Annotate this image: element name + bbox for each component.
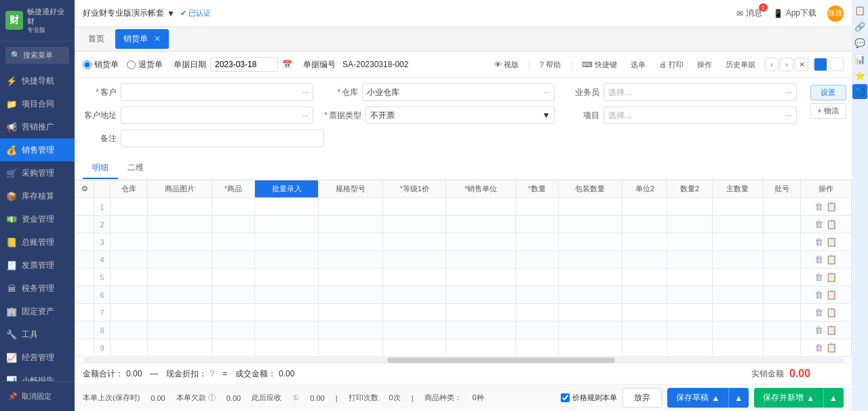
right-panel-icon-1[interactable]: 📋 xyxy=(852,3,867,18)
cell-price1[interactable] xyxy=(382,216,446,233)
th-price1[interactable]: *等级1价 xyxy=(382,180,446,198)
cell-sales-unit[interactable] xyxy=(446,198,515,216)
cell-main-qty[interactable] xyxy=(712,233,763,251)
horizontal-scrollbar[interactable] xyxy=(83,357,844,363)
prev-arrow[interactable]: ‹ xyxy=(765,58,778,71)
sidebar-item-5[interactable]: 🛒采购管理 xyxy=(0,161,75,184)
cell-spec[interactable] xyxy=(319,269,383,286)
sidebar-item-4[interactable]: 💰销售管理 xyxy=(0,138,75,161)
cell-unit2[interactable] xyxy=(623,251,667,269)
sidebar-item-7[interactable]: 💵资金管理 xyxy=(0,208,75,231)
customer-input[interactable]: ··· xyxy=(121,83,313,101)
tab-close-icon[interactable]: ✕ xyxy=(154,34,161,43)
cell-main-qty[interactable] xyxy=(712,269,763,286)
right-panel-icon-2[interactable]: 🔗 xyxy=(852,19,867,34)
cell-main-qty[interactable] xyxy=(712,339,763,357)
cell-product[interactable] xyxy=(212,251,254,269)
cell-pack-qty[interactable] xyxy=(558,286,623,304)
help-btn[interactable]: ? 帮助 xyxy=(536,58,565,71)
cell-price1[interactable] xyxy=(382,251,446,269)
logistics-button[interactable]: + 物流 xyxy=(810,103,846,119)
cell-sales-unit[interactable] xyxy=(446,339,515,357)
cell-unit2[interactable] xyxy=(623,269,667,286)
cell-warehouse[interactable] xyxy=(111,216,148,233)
sidebar-item-11[interactable]: 🏢固定资产 xyxy=(0,300,75,323)
cell-main-qty[interactable] xyxy=(712,216,763,233)
tab-detail[interactable]: 明细 xyxy=(83,158,118,179)
cell-spec[interactable] xyxy=(319,286,383,304)
cell-batch[interactable] xyxy=(763,269,800,286)
shortcut-btn[interactable]: ⌨ 快捷键 xyxy=(578,58,621,71)
date-input[interactable] xyxy=(210,57,278,72)
cell-main-qty[interactable] xyxy=(712,251,763,269)
delete-row-icon[interactable]: 🗑 xyxy=(814,254,823,265)
cell-batch[interactable] xyxy=(763,321,800,339)
cell-price1[interactable] xyxy=(382,321,446,339)
cell-warehouse[interactable] xyxy=(111,233,148,251)
cell-quantity[interactable] xyxy=(515,233,558,251)
delete-row-icon[interactable]: 🗑 xyxy=(814,325,823,335)
cell-warehouse[interactable] xyxy=(111,339,148,357)
set-button[interactable]: 设置 xyxy=(810,85,846,100)
cell-price1[interactable] xyxy=(382,198,446,216)
th-gear[interactable]: ⚙ xyxy=(75,180,94,198)
cell-qty2[interactable] xyxy=(667,321,712,339)
cell-main-qty[interactable] xyxy=(712,304,763,321)
cell-qty2[interactable] xyxy=(667,233,712,251)
cell-batch-import[interactable] xyxy=(254,251,319,269)
copy-row-icon[interactable]: 📋 xyxy=(826,272,837,282)
cell-product[interactable] xyxy=(212,233,254,251)
cell-batch-import[interactable] xyxy=(254,321,319,339)
delete-row-icon[interactable]: 🗑 xyxy=(814,342,823,353)
sidebar-item-2[interactable]: 📁项目合同 xyxy=(0,92,75,115)
cell-spec[interactable] xyxy=(319,251,383,269)
list-view-btn[interactable] xyxy=(830,58,844,71)
note-input[interactable] xyxy=(121,130,324,147)
cell-product[interactable] xyxy=(212,269,254,286)
cell-batch-import[interactable] xyxy=(254,269,319,286)
cell-unit2[interactable] xyxy=(623,286,667,304)
radio-sales[interactable]: 销货单 xyxy=(83,59,119,71)
th-unit2[interactable]: 单位2 xyxy=(623,180,667,198)
cell-main-qty[interactable] xyxy=(712,321,763,339)
sidebar-item-6[interactable]: 📦库存核算 xyxy=(0,184,75,208)
cell-unit2[interactable] xyxy=(623,321,667,339)
address-input[interactable]: ··· xyxy=(121,106,313,124)
price-rule-checkbox[interactable] xyxy=(561,393,570,402)
right-panel-icon-3[interactable]: 💬 xyxy=(852,35,867,50)
price-rule-checkbox-label[interactable]: 价格规则本单 xyxy=(561,393,617,403)
th-batch[interactable]: 批号 xyxy=(763,180,800,198)
message-button[interactable]: ✉ 消息 1 xyxy=(736,7,762,19)
staff-picker-icon[interactable]: ··· xyxy=(785,87,792,97)
cell-pack-qty[interactable] xyxy=(558,233,623,251)
cell-batch[interactable] xyxy=(763,339,800,357)
delete-row-icon[interactable]: 🗑 xyxy=(814,201,823,212)
next-arrow[interactable]: › xyxy=(780,58,793,71)
warehouse-picker-icon[interactable]: ··· xyxy=(543,87,550,97)
cell-pack-qty[interactable] xyxy=(558,269,623,286)
cell-price1[interactable] xyxy=(382,233,446,251)
cell-batch-import[interactable] xyxy=(254,216,319,233)
tab-2d[interactable]: 二维 xyxy=(118,158,153,179)
cell-pack-qty[interactable] xyxy=(558,198,623,216)
save-new-arrow-button[interactable]: ▲ xyxy=(823,388,844,408)
unpin-button[interactable]: 📌 取消固定 xyxy=(5,387,69,406)
save-draft-button[interactable]: 保存草稿 ▲ xyxy=(667,388,728,408)
print-btn[interactable]: 🖨 打印 xyxy=(655,58,688,71)
right-panel-icon-5[interactable]: ⭐ xyxy=(852,68,867,83)
cell-product[interactable] xyxy=(212,304,254,321)
warehouse-input[interactable]: 小业仓库 ··· xyxy=(362,83,555,101)
cell-product[interactable] xyxy=(212,198,254,216)
receivable-info-icon[interactable]: ① xyxy=(292,393,299,402)
cell-product[interactable] xyxy=(212,286,254,304)
cell-price1[interactable] xyxy=(382,286,446,304)
discard-button[interactable]: 放弃 xyxy=(623,388,662,408)
cell-qty2[interactable] xyxy=(667,251,712,269)
copy-row-icon[interactable]: 📋 xyxy=(826,237,837,247)
copy-row-icon[interactable]: 📋 xyxy=(826,325,837,335)
cell-main-qty[interactable] xyxy=(712,286,763,304)
cell-batch-import[interactable] xyxy=(254,304,319,321)
cell-pack-qty[interactable] xyxy=(558,251,623,269)
cell-price1[interactable] xyxy=(382,269,446,286)
cell-quantity[interactable] xyxy=(515,286,558,304)
